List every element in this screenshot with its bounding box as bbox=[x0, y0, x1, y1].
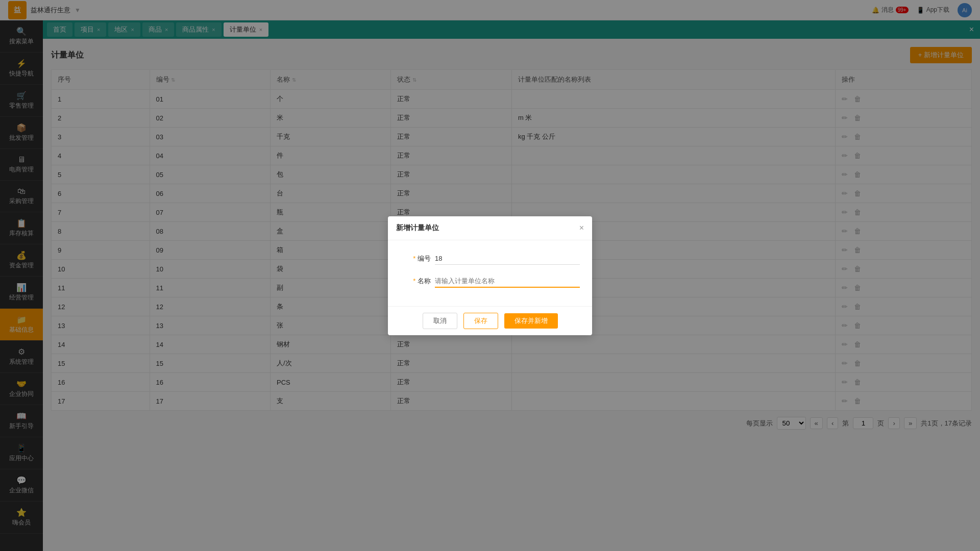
name-required-mark: * bbox=[413, 277, 415, 285]
save-button[interactable]: 保存 bbox=[463, 313, 498, 329]
save-and-new-button[interactable]: 保存并新增 bbox=[504, 313, 558, 329]
modal-close-button[interactable]: × bbox=[579, 223, 584, 233]
code-input[interactable] bbox=[435, 253, 580, 265]
modal-footer: 取消 保存 保存并新增 bbox=[388, 306, 592, 335]
code-label: * 编号 bbox=[400, 254, 431, 263]
name-form-row: * 名称 bbox=[400, 275, 580, 288]
code-required-mark: * bbox=[413, 255, 415, 262]
add-unit-modal: 新增计量单位 × * 编号 * 名称 取消 保存 保存并新增 bbox=[388, 216, 592, 335]
modal-overlay[interactable]: 新增计量单位 × * 编号 * 名称 取消 保存 保存并新增 bbox=[0, 0, 980, 551]
cancel-button[interactable]: 取消 bbox=[423, 313, 457, 329]
code-form-row: * 编号 bbox=[400, 253, 580, 265]
modal-body: * 编号 * 名称 bbox=[388, 240, 592, 306]
modal-header: 新增计量单位 × bbox=[388, 216, 592, 240]
name-label: * 名称 bbox=[400, 277, 431, 286]
name-input[interactable] bbox=[435, 275, 580, 288]
modal-title: 新增计量单位 bbox=[396, 223, 439, 233]
